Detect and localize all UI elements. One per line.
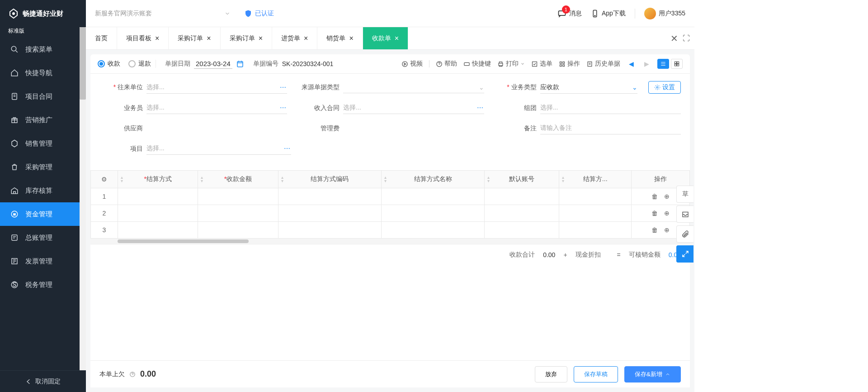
tab-receipt[interactable]: 收款单× bbox=[363, 27, 408, 49]
svg-rect-23 bbox=[677, 62, 679, 63]
svg-point-26 bbox=[656, 86, 658, 88]
sidebar-item-marketing[interactable]: 营销推广 bbox=[0, 108, 86, 132]
home-icon bbox=[10, 68, 19, 77]
add-icon[interactable]: ⊕ bbox=[664, 210, 670, 217]
tool-operate[interactable]: 操作 bbox=[559, 60, 580, 68]
col-settlement-extra[interactable]: ▴▾结算方... bbox=[559, 171, 632, 188]
sidebar-unpin[interactable]: 取消固定 bbox=[0, 370, 86, 392]
delete-icon[interactable]: 🗑 bbox=[651, 226, 658, 234]
tab-purchase-order-2[interactable]: 采购订单× bbox=[221, 27, 272, 49]
table-row[interactable]: 3🗑⊕ bbox=[91, 222, 690, 239]
delete-icon[interactable]: 🗑 bbox=[651, 210, 658, 217]
dock-inbox[interactable] bbox=[676, 206, 693, 223]
nav-prev[interactable]: ◀ bbox=[627, 60, 636, 67]
salesman-input[interactable]: 选择...⋯ bbox=[146, 102, 287, 114]
nav-next[interactable]: ▶ bbox=[642, 60, 651, 67]
footer: 本单上欠 0.00 放弃 保存草稿 保存&新增 bbox=[90, 360, 690, 387]
col-settlement-method[interactable]: ▴▾*结算方式 bbox=[118, 171, 198, 188]
close-icon[interactable]: × bbox=[259, 34, 263, 43]
dock-attach[interactable] bbox=[676, 225, 693, 243]
tab-home[interactable]: 首页 bbox=[86, 27, 117, 49]
tab-project-kanban[interactable]: 项目看板× bbox=[117, 27, 169, 49]
tax-icon bbox=[10, 280, 19, 289]
right-dock: 草 bbox=[676, 186, 694, 263]
add-icon[interactable]: ⊕ bbox=[664, 193, 670, 200]
svg-point-12 bbox=[402, 61, 407, 66]
tab-receiving[interactable]: 进货单× bbox=[272, 27, 317, 49]
tool-history[interactable]: 历史单据 bbox=[586, 60, 620, 68]
horizontal-scrollbar[interactable] bbox=[90, 239, 690, 244]
table-row[interactable]: 2🗑⊕ bbox=[91, 205, 690, 222]
account-selector[interactable]: 新服务官网演示账套 bbox=[95, 10, 231, 18]
help-icon[interactable] bbox=[129, 371, 136, 378]
tool-help[interactable]: 帮助 bbox=[436, 60, 457, 68]
expand-icon[interactable]: ⛶ bbox=[683, 34, 690, 43]
view-list[interactable] bbox=[657, 59, 669, 69]
sidebar-item-inventory[interactable]: 库存核算 bbox=[0, 179, 86, 202]
dock-fullscreen[interactable] bbox=[676, 245, 693, 263]
mgmt-fee-input[interactable] bbox=[343, 123, 484, 134]
bag-icon bbox=[10, 163, 19, 172]
group-input[interactable]: 选择... bbox=[540, 102, 681, 114]
sidebar-item-quicknav[interactable]: 快捷导航 bbox=[0, 61, 86, 85]
sidebar-scrollbar[interactable] bbox=[80, 27, 86, 370]
col-settlement-code[interactable]: ▴▾结算方式编码 bbox=[278, 171, 381, 188]
close-icon[interactable]: × bbox=[304, 34, 308, 43]
close-icon[interactable]: × bbox=[207, 34, 211, 43]
discard-button[interactable]: 放弃 bbox=[535, 366, 567, 382]
sidebar-item-search[interactable]: 搜索菜单 bbox=[0, 38, 86, 61]
sidebar-item-sales[interactable]: 销售管理 bbox=[0, 132, 86, 155]
contract-input[interactable]: 选择...⋯ bbox=[343, 102, 484, 114]
sidebar-item-purchase[interactable]: 采购管理 bbox=[0, 155, 86, 179]
summary-bar: 收款合计 0.00 + 现金折扣 = 可核销金额 0.00 bbox=[90, 244, 690, 265]
settings-button[interactable]: 设置 bbox=[648, 81, 681, 94]
partner-input[interactable]: 选择...⋯ bbox=[146, 81, 287, 94]
col-receive-amount[interactable]: ▴▾*收款金额 bbox=[198, 171, 278, 188]
add-icon[interactable]: ⊕ bbox=[664, 226, 670, 234]
biz-type-input[interactable]: 应收款⌄ bbox=[540, 81, 637, 94]
source-type-input[interactable]: ⌄ bbox=[343, 81, 484, 93]
save-new-button[interactable]: 保存&新增 bbox=[624, 366, 681, 382]
dock-draft[interactable]: 草 bbox=[676, 186, 693, 203]
sidebar-item-project-contract[interactable]: 项目合同 bbox=[0, 85, 86, 108]
view-card[interactable] bbox=[671, 59, 683, 69]
close-icon[interactable]: × bbox=[395, 34, 399, 43]
close-all-tabs[interactable]: ✕ bbox=[670, 33, 678, 44]
delete-icon[interactable]: 🗑 bbox=[651, 193, 658, 200]
remark-label: 备注 bbox=[493, 124, 537, 133]
calendar-icon[interactable] bbox=[236, 60, 244, 68]
sidebar-item-invoice[interactable]: 发票管理 bbox=[0, 249, 86, 273]
tool-select[interactable]: 选单 bbox=[531, 60, 552, 68]
close-icon[interactable]: × bbox=[155, 34, 159, 43]
app-download-button[interactable]: App下载 bbox=[591, 10, 626, 18]
svg-rect-15 bbox=[499, 63, 503, 65]
contract-icon bbox=[10, 92, 19, 101]
user-menu[interactable]: 用户3355 bbox=[644, 8, 685, 19]
sidebar-item-ledger[interactable]: 总账管理 bbox=[0, 226, 86, 249]
table-row[interactable]: 1🗑⊕ bbox=[91, 188, 690, 205]
messages-button[interactable]: 1 消息 bbox=[557, 9, 582, 18]
tab-sales[interactable]: 销货单× bbox=[317, 27, 363, 49]
tool-hotkey[interactable]: 快捷键 bbox=[463, 60, 491, 68]
sidebar-item-tax[interactable]: 税务管理 bbox=[0, 273, 86, 296]
unpin-icon bbox=[25, 378, 33, 385]
tool-print[interactable]: 打印 bbox=[497, 60, 525, 68]
svg-point-0 bbox=[12, 12, 15, 15]
project-input[interactable]: 选择...⋯ bbox=[146, 143, 291, 155]
more-icon: ⋯ bbox=[280, 104, 287, 111]
save-draft-button[interactable]: 保存草稿 bbox=[574, 366, 618, 382]
close-icon[interactable]: × bbox=[349, 34, 353, 43]
history-icon bbox=[586, 61, 593, 67]
code-label: 单据编号 bbox=[253, 60, 278, 68]
supplier-input[interactable] bbox=[146, 123, 287, 134]
tab-purchase-order-1[interactable]: 采购订单× bbox=[169, 27, 220, 49]
remark-input[interactable]: 请输入备注 bbox=[540, 122, 681, 134]
date-input[interactable]: 2023-03-24 bbox=[194, 59, 232, 69]
gear-icon[interactable]: ⚙ bbox=[101, 176, 107, 183]
col-settlement-name[interactable]: ▴▾结算方式名称 bbox=[382, 171, 485, 188]
col-default-account[interactable]: ▴▾默认账号 bbox=[485, 171, 559, 188]
radio-receive[interactable]: 收款 bbox=[98, 60, 120, 68]
radio-refund[interactable]: 退款 bbox=[128, 60, 151, 68]
tool-video[interactable]: 视频 bbox=[401, 60, 423, 68]
sidebar-item-funds[interactable]: 资金管理 bbox=[0, 202, 86, 226]
